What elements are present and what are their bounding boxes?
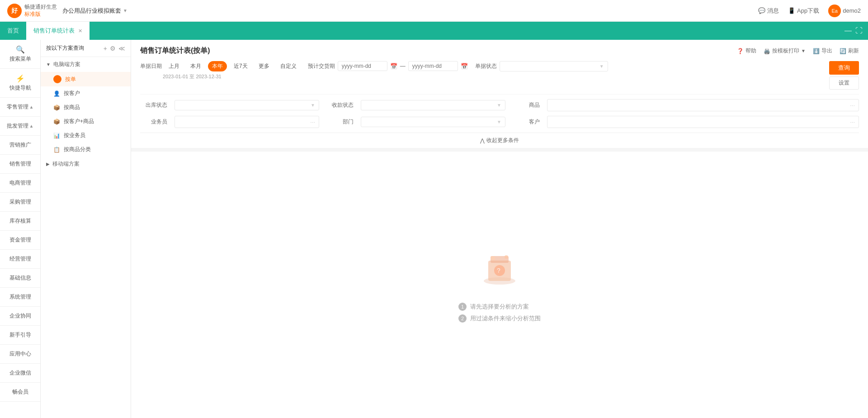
filter-row-2: 出库状态 ▼ 收款状态 ▼ 商品 ···	[140, 94, 859, 116]
sidebar-item-inventory[interactable]: 库存核算	[0, 212, 40, 231]
sidebar-item-newbie[interactable]: 新手引导	[0, 326, 40, 345]
date-btn-last-month[interactable]: 上月	[165, 61, 184, 71]
logo-area: 好 畅捷通好生意 标准版	[7, 4, 57, 18]
filter-row-1: 单据日期 上月 本月 本年 近7天 更多 自定义 2023-01-01 至 20…	[140, 61, 859, 94]
date-btn-custom[interactable]: 自定义	[276, 61, 301, 71]
expected-date-label: 预计交货期	[308, 62, 335, 70]
left-panel-content: ▼ 电脑端方案 按 按单 👤 按客户 📦 按商品 📦 按客户+商品	[41, 57, 131, 418]
dept-select[interactable]: ▼	[361, 117, 505, 127]
top-bar: 好 畅捷通好生意 标准版 办公用品行业模拟账套 ▼ 💬 消息 📱 App下载 E…	[0, 0, 868, 22]
chevron-down-icon: ▼	[123, 8, 127, 13]
empty-tip-1: 1 请先选择要分析的方案	[458, 303, 541, 311]
sidebar-item-basic[interactable]: 基础信息	[0, 269, 40, 288]
left-panel-header: 按以下方案查询 + ⚙ ≪	[41, 40, 131, 57]
expected-date-from[interactable]	[338, 61, 387, 71]
sidebar-item-apps[interactable]: 应用中心	[0, 345, 40, 364]
add-scheme-btn[interactable]: +	[104, 45, 107, 52]
sidebar-item-member[interactable]: 畅会员	[0, 383, 40, 402]
status-select[interactable]: ▼	[500, 61, 608, 71]
sidebar-item-corp[interactable]: 企业协同	[0, 307, 40, 326]
message-icon: 💬	[758, 7, 765, 14]
download-icon: 📱	[788, 7, 795, 14]
product-select[interactable]: ···	[547, 99, 859, 111]
customer-icon: 👤	[53, 90, 60, 97]
customer-select[interactable]: ···	[547, 116, 859, 128]
mobile-scheme-header[interactable]: ▶ 移动端方案	[41, 157, 131, 171]
settings-button[interactable]: 设置	[829, 76, 859, 90]
export-btn[interactable]: ⬇️ 导出	[813, 47, 832, 55]
logo-text: 畅捷通好生意 标准版	[24, 4, 57, 18]
empty-tips: 1 请先选择要分析的方案 2 用过滤条件来缩小分析范围	[458, 303, 541, 323]
scheme-item-by-category[interactable]: 📋 按商品分类	[41, 142, 131, 157]
out-status-select[interactable]: ▼	[175, 100, 319, 110]
page-actions: ❓ 帮助 🖨️ 按模板打印 ▼ ⬇️ 导出 🔄 刷新	[737, 47, 859, 55]
calendar-icon-to: 📅	[461, 63, 468, 70]
chevron-down-icon: ▼	[497, 103, 501, 108]
salesperson-label: 业务员	[140, 118, 167, 126]
status-label: 单据状态	[475, 62, 497, 70]
scheme-item-by-customer[interactable]: 👤 按客户	[41, 86, 131, 100]
scheme-dot-icon: 按	[53, 75, 61, 83]
salesperson-select[interactable]: ···	[175, 116, 319, 128]
tab-home[interactable]: 首页	[0, 22, 26, 40]
main-layout: 🔍 搜索菜单 ⚡ 快捷导航 零售管理 ▲ 批发管理 ▲ 营销推广 销售管理 电商…	[0, 40, 868, 418]
refresh-btn[interactable]: 🔄 刷新	[840, 47, 859, 55]
maximize-icon[interactable]: ⛶	[855, 27, 863, 35]
svg-text:?: ?	[497, 267, 500, 274]
date-btn-more[interactable]: 更多	[255, 61, 274, 71]
svg-point-6	[505, 255, 508, 259]
avatar: Ea	[828, 5, 841, 17]
nav-tab-actions: — ⛶	[844, 27, 868, 35]
sidebar-item-retail[interactable]: 零售管理 ▲	[0, 98, 40, 117]
logo-icon: 好	[7, 4, 22, 18]
help-btn[interactable]: ❓ 帮助	[737, 47, 756, 55]
app-download-btn[interactable]: 📱 App下载	[788, 7, 819, 15]
tip-num-1: 1	[458, 303, 467, 311]
receipt-status-label: 收款状态	[326, 101, 354, 109]
sidebar-item-wholesale[interactable]: 批发管理 ▲	[0, 117, 40, 136]
customer-label: 客户	[513, 118, 540, 126]
product-label: 商品	[513, 101, 540, 109]
sidebar-item-operations[interactable]: 经营管理	[0, 250, 40, 269]
expected-date-to[interactable]	[408, 61, 458, 71]
query-button[interactable]: 查询	[829, 61, 859, 75]
scheme-item-by-order[interactable]: 按 按单	[41, 72, 131, 86]
filter-row-3: 业务员 ··· 部门 ▼ 客户 ···	[140, 116, 859, 133]
tab-sales-stats[interactable]: 销售订单统计表 ✕	[26, 22, 90, 40]
sidebar-item-wechat[interactable]: 企业微信	[0, 364, 40, 383]
date-btn-last-7[interactable]: 近7天	[230, 61, 252, 71]
sidebar-item-finance[interactable]: 资金管理	[0, 231, 40, 250]
settings-scheme-icon[interactable]: ⚙	[110, 45, 116, 52]
collapse-icon: ⋀	[480, 138, 485, 144]
main-content: 销售订单统计表(按单) ❓ 帮助 🖨️ 按模板打印 ▼ ⬇️ 导出	[131, 40, 868, 418]
date-filter-group: 单据日期 上月 本月 本年 近7天 更多 自定义 2023-01-01 至 20…	[140, 61, 301, 80]
minimize-icon[interactable]: —	[844, 27, 852, 35]
nav-tabs: 首页 销售订单统计表 ✕ — ⛶	[0, 22, 868, 40]
messages-btn[interactable]: 💬 消息	[758, 7, 779, 15]
sidebar-item-ecom[interactable]: 电商管理	[0, 174, 40, 193]
collapse-bar[interactable]: ⋀ 收起更多条件	[140, 133, 859, 148]
tab-close-icon[interactable]: ✕	[78, 28, 82, 34]
user-menu[interactable]: Ea demo2	[828, 5, 861, 17]
chevron-down-icon: ▼	[497, 119, 501, 124]
receipt-status-select[interactable]: ▼	[361, 100, 505, 110]
product-icon: 📦	[53, 104, 60, 111]
sidebar-item-quicknav[interactable]: ⚡ 快捷导航	[0, 69, 40, 98]
collapse-panel-icon[interactable]: ≪	[118, 45, 125, 52]
more-icon: ···	[850, 119, 855, 125]
sidebar-item-purchase[interactable]: 采购管理	[0, 193, 40, 212]
sidebar-item-sales[interactable]: 销售管理	[0, 155, 40, 174]
scheme-item-by-customer-product[interactable]: 📦 按客户+商品	[41, 114, 131, 128]
sidebar-item-marketing[interactable]: 营销推广	[0, 136, 40, 155]
print-btn[interactable]: 🖨️ 按模板打印 ▼	[764, 47, 806, 55]
scheme-item-by-salesperson[interactable]: 📊 按业务员	[41, 128, 131, 142]
expand-icon: ▲	[29, 104, 34, 109]
app-selector[interactable]: 办公用品行业模拟账套 ▼	[62, 7, 127, 15]
date-btn-this-month[interactable]: 本月	[186, 61, 205, 71]
scheme-item-by-product[interactable]: 📦 按商品	[41, 100, 131, 114]
date-btn-this-year[interactable]: 本年	[208, 61, 227, 71]
sidebar-item-search[interactable]: 🔍 搜索菜单	[0, 40, 40, 69]
sidebar-item-system[interactable]: 系统管理	[0, 288, 40, 307]
date-label: 单据日期	[140, 62, 162, 70]
pc-scheme-header[interactable]: ▼ 电脑端方案	[41, 57, 131, 72]
